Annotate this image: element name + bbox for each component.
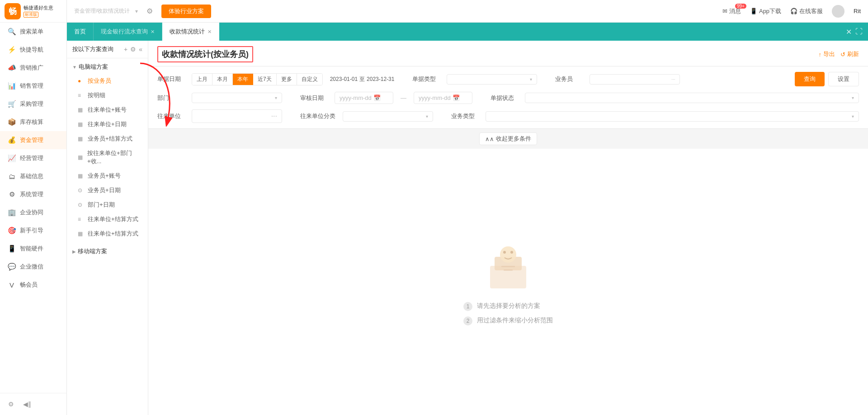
svg-point-2 xyxy=(500,246,516,263)
scheme-item-unit-settle2[interactable]: ▦ 往来单位+结算方式 xyxy=(67,226,148,241)
scheme-settings-button[interactable]: ⚙ xyxy=(130,46,136,53)
tab-receipt[interactable]: 收款情况统计 ✕ xyxy=(162,23,219,41)
scheme-collapse-button[interactable]: « xyxy=(139,46,142,53)
voucher-status-arrow-icon: ▾ xyxy=(852,95,854,100)
unit-settle1-icon: ≡ xyxy=(78,216,85,222)
empty-tip-1: 1 请先选择要分析的方案 xyxy=(463,302,553,311)
counterpart-class-select[interactable]: ▾ xyxy=(343,111,433,122)
tab-bank-close-icon[interactable]: ✕ xyxy=(151,29,155,35)
counterpart-select[interactable]: ··· xyxy=(192,109,282,123)
sidebar-item-quicknav[interactable]: ⚡ 快捷导航 xyxy=(0,41,66,59)
sidebar-item-finance[interactable]: 💰 资金管理 xyxy=(0,131,66,149)
tab-close-all-icon[interactable]: ✕ xyxy=(846,28,852,36)
scheme-item-unit-dept[interactable]: ▦ 按往来单位+部门+收... xyxy=(67,146,148,169)
service-icon: 🎧 xyxy=(790,8,797,14)
collapse-up-icon: ∧∧ xyxy=(485,136,494,142)
review-date-from-input[interactable]: yyyy-mm-dd 📅 xyxy=(335,92,393,104)
refresh-button[interactable]: ↺ 刷新 xyxy=(840,50,859,58)
counterpart-class-arrow-icon: ▾ xyxy=(426,114,428,119)
sidebar: 畅 畅捷通好生意 标准版 🔍 搜索菜单 ⚡ 快捷导航 📣 营销推广 📊 销售管理… xyxy=(0,0,67,415)
scheme-item-by-detail[interactable]: ≡ 按明细 xyxy=(67,88,148,103)
chevron-right-icon: ▶ xyxy=(72,249,76,254)
collapse-button[interactable]: ∧∧ 收起更多条件 xyxy=(479,132,537,145)
page-header-actions: ↑ 导出 ↺ 刷新 xyxy=(819,50,859,58)
tab-expand-icon[interactable]: ⛶ xyxy=(855,28,863,36)
topbar-settings-button[interactable]: ⚙ xyxy=(143,5,156,18)
scheme-item-sales-date[interactable]: ⊙ 业务员+日期 xyxy=(67,183,148,198)
sidebar-item-system[interactable]: ⚙ 系统管理 xyxy=(0,185,66,203)
voucher-type-label: 单据类型 xyxy=(412,75,439,83)
sidebar-item-basic[interactable]: 🗂 基础信息 xyxy=(0,167,66,185)
query-button[interactable]: 查询 xyxy=(795,72,825,86)
sidebar-item-wechat[interactable]: 💬 企业微信 xyxy=(0,258,66,276)
business-type-label: 业务类型 xyxy=(451,112,478,120)
unit-settle2-icon: ▦ xyxy=(78,231,85,237)
scheme-item-sales-account[interactable]: ▦ 业务员+账号 xyxy=(67,169,148,183)
sidebar-settings-button[interactable]: ⚙ xyxy=(5,398,17,410)
sidebar-item-enterprise[interactable]: 🏢 企业协同 xyxy=(0,203,66,222)
salesperson-select[interactable]: ··· xyxy=(590,74,680,85)
export-button[interactable]: ↑ 导出 xyxy=(819,50,835,58)
review-date-to-input[interactable]: yyyy-mm-dd 📅 xyxy=(414,92,472,104)
breadcrumb: 资金管理/收款情况统计 xyxy=(74,7,130,15)
logo-area: 畅 畅捷通好生意 标准版 xyxy=(0,0,66,23)
dept-select[interactable]: ▾ xyxy=(192,93,282,103)
guide-icon: 🎯 xyxy=(7,226,16,235)
business-type-select[interactable]: ▾ xyxy=(486,111,859,122)
date-tab-more[interactable]: 更多 xyxy=(277,74,297,85)
date-tab-this-month[interactable]: 本月 xyxy=(212,74,233,85)
scheme-item-unit-account[interactable]: ▦ 往来单位+账号 xyxy=(67,103,148,117)
sidebar-item-operation[interactable]: 📈 经营管理 xyxy=(0,149,66,167)
sidebar-item-purchase[interactable]: 🛒 采购管理 xyxy=(0,95,66,113)
detail-icon: ≡ xyxy=(78,92,85,99)
tabbar: 首页 现金银行流水查询 ✕ 收款情况统计 ✕ ✕ ⛶ xyxy=(67,23,868,41)
scheme-item-by-salesperson[interactable]: ● 按业务员 xyxy=(67,74,148,88)
sidebar-item-hardware[interactable]: 📱 智能硬件 xyxy=(0,240,66,258)
scheme-group-desktop-title[interactable]: ▼ 电脑端方案 xyxy=(67,60,148,74)
page-title-box: 收款情况统计(按业务员) xyxy=(157,46,253,62)
settings-button[interactable]: 设置 xyxy=(828,72,859,86)
sidebar-item-search[interactable]: 🔍 搜索菜单 xyxy=(0,23,66,41)
svg-rect-6 xyxy=(504,269,513,271)
message-badge: 99+ xyxy=(735,4,746,9)
counterpart-class-label: 往来单位分类 xyxy=(300,112,335,120)
trial-button[interactable]: 体验行业方案 xyxy=(161,5,211,18)
sidebar-footer: ⚙ ◀‖ xyxy=(0,393,66,415)
scheme-item-sales-settle[interactable]: ▦ 业务员+结算方式 xyxy=(67,132,148,146)
scheme-item-unit-settle1[interactable]: ≡ 往来单位+结算方式 xyxy=(67,212,148,226)
online-service-button[interactable]: 🎧 在线客服 xyxy=(790,7,823,15)
sidebar-item-guide[interactable]: 🎯 新手引导 xyxy=(0,222,66,240)
tab-home[interactable]: 首页 xyxy=(67,23,94,41)
message-button[interactable]: ✉ 消息 99+ xyxy=(722,7,741,15)
sidebar-collapse-button[interactable]: ◀‖ xyxy=(21,398,33,410)
sales-settle-icon: ▦ xyxy=(78,136,85,142)
member-icon: V xyxy=(7,280,16,289)
sidebar-item-member[interactable]: V 畅会员 xyxy=(0,276,66,294)
date-tab-last-month[interactable]: 上月 xyxy=(192,74,212,85)
tab-bank[interactable]: 现金银行流水查询 ✕ xyxy=(94,23,162,41)
counterpart-dots-icon[interactable]: ··· xyxy=(271,112,277,120)
main-area: 资金管理/收款情况统计 ▾ ⚙ 体验行业方案 ✉ 消息 99+ 📱 App下载 … xyxy=(67,0,868,415)
scheme-item-unit-date[interactable]: ▦ 往来单位+日期 xyxy=(67,117,148,132)
system-icon: ⚙ xyxy=(7,190,16,199)
tab-receipt-close-icon[interactable]: ✕ xyxy=(208,29,212,35)
sidebar-item-sales[interactable]: 📊 销售管理 xyxy=(0,77,66,95)
date-tab-last-7[interactable]: 近7天 xyxy=(253,74,277,85)
voucher-status-select[interactable]: ▾ xyxy=(525,93,859,103)
salesperson-label: 业务员 xyxy=(555,75,582,83)
sidebar-item-inventory[interactable]: 📦 库存核算 xyxy=(0,113,66,131)
date-tab-this-year[interactable]: 本年 xyxy=(233,74,253,85)
date-tabs: 上月 本月 本年 近7天 更多 自定义 xyxy=(192,73,323,85)
empty-tips: 1 请先选择要分析的方案 2 用过滤条件来缩小分析范围 xyxy=(463,302,553,325)
scheme-group-mobile-title[interactable]: ▶ 移动端方案 xyxy=(67,245,148,258)
scheme-item-dept-date[interactable]: ⊙ 部门+日期 xyxy=(67,198,148,212)
app-download-button[interactable]: 📱 App下载 xyxy=(750,7,781,15)
scheme-panel: 按以下方案查询 + ⚙ « ▼ 电脑端方案 ● 按业务员 ≡ xyxy=(67,41,148,415)
voucher-type-select[interactable]: ▾ xyxy=(447,74,537,85)
scheme-add-button[interactable]: + xyxy=(124,46,127,53)
user-avatar[interactable] xyxy=(832,5,844,18)
salesperson-arrow-icon: ··· xyxy=(671,77,675,82)
sidebar-item-marketing[interactable]: 📣 营销推广 xyxy=(0,59,66,77)
date-tab-custom[interactable]: 自定义 xyxy=(297,74,322,85)
wechat-icon: 💬 xyxy=(7,262,16,271)
